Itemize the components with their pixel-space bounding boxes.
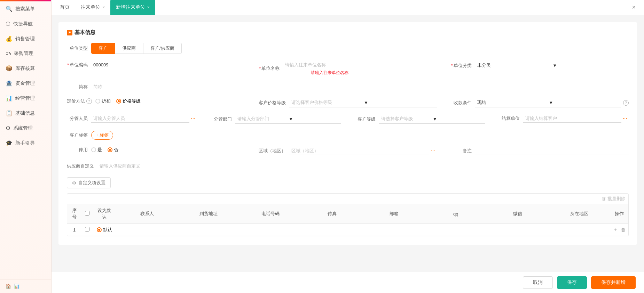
pricing-discount-radio-outer (95, 99, 100, 104)
unit-type-customer-btn[interactable]: 客户 (91, 43, 115, 54)
row-region-input[interactable] (551, 227, 607, 233)
sidebar-item-search[interactable]: 🔍 搜索菜单 (0, 1, 51, 16)
tab-home[interactable]: 首页 (54, 0, 75, 15)
contact-table-container: 🗑 批量删除 序号 设为默认 联系人 到货地址 电话号码 传真 邮箱 (67, 193, 629, 236)
department-field: 分管部门 请输入分管部门 ▼ (211, 114, 341, 124)
customer-tag-label: 客户标签 (67, 132, 91, 138)
address-input[interactable] (181, 227, 237, 233)
cancel-button[interactable]: 取消 (523, 276, 553, 289)
payment-terms-chevron: ▼ (549, 100, 619, 105)
department-select[interactable]: 请输入分管部门 ▼ (235, 114, 341, 124)
col-email: 邮箱 (363, 204, 425, 224)
short-name-label: 简称 (67, 84, 91, 90)
row-wechat[interactable] (487, 224, 548, 236)
customer-level-field: 客户等级 请选择客户等级 ▼ (355, 114, 485, 124)
settlement-unit-field: 结算单位 ··· (499, 114, 629, 123)
email-input[interactable] (366, 227, 422, 233)
col-address: 到货地址 (178, 204, 239, 224)
pricing-method-label: 定价方法 ? (67, 98, 95, 104)
sidebar-item-operations[interactable]: 📊 经营管理 (0, 91, 51, 106)
region-input[interactable] (289, 147, 429, 155)
system-icon: ⚙ (6, 125, 10, 131)
col-contact: 联系人 (116, 204, 178, 224)
pricing-price-level-radio-outer (116, 99, 121, 104)
disable-no-radio[interactable]: 否 (108, 147, 118, 153)
supplier-custom-label: 供应商自定义 (67, 163, 97, 169)
row-email[interactable] (363, 224, 425, 236)
settlement-unit-input[interactable] (523, 114, 621, 123)
sidebar-item-guide[interactable]: 🎓 新手引导 (0, 136, 51, 150)
unit-type-supplier-btn[interactable]: 供应商 (115, 43, 143, 54)
row-qq[interactable] (425, 224, 487, 236)
pricing-price-level-radio[interactable]: 价格等级 (116, 98, 141, 104)
add-row-icon[interactable]: ＋ (613, 227, 618, 233)
unit-name-input[interactable] (283, 61, 437, 69)
region-dots-btn[interactable]: ··· (429, 148, 437, 154)
contact-input[interactable] (119, 227, 175, 233)
unit-code-input[interactable] (91, 61, 245, 69)
tab-home-label: 首页 (60, 4, 70, 10)
pricing-method-field: 定价方法 ? 折扣 价格等级 (67, 98, 245, 104)
payment-terms-label: 收款条件 (451, 100, 475, 106)
sidebar-item-sales[interactable]: 💰 销售管理 (0, 31, 51, 46)
row-checkbox[interactable] (85, 227, 89, 231)
wechat-input[interactable] (489, 227, 545, 233)
custom-settings-button[interactable]: ⚙ 自定义项设置 (67, 177, 111, 188)
department-label: 分管部门 (211, 116, 235, 122)
supplier-custom-input[interactable] (97, 162, 629, 170)
manager-dots-btn[interactable]: ··· (189, 115, 197, 122)
qq-input[interactable] (428, 227, 484, 233)
batch-delete-btn[interactable]: 🗑 批量删除 (67, 194, 628, 204)
row-fax[interactable] (301, 224, 363, 236)
pricing-price-level-label: 价格等级 (123, 98, 141, 104)
unit-type-both-btn[interactable]: 客户/供应商 (143, 43, 182, 54)
add-tag-button[interactable]: + 标签 (91, 131, 113, 140)
save-new-button[interactable]: 保存并新增 (591, 276, 636, 289)
select-all-checkbox[interactable] (85, 211, 89, 215)
tab-transactions[interactable]: 往来单位 × (75, 0, 110, 15)
manager-input[interactable] (91, 114, 189, 123)
sidebar-item-finance[interactable]: 🏦 资金管理 (0, 76, 51, 91)
fax-input[interactable] (304, 227, 360, 233)
payment-terms-select[interactable]: 现结 ▼ (475, 98, 621, 107)
delete-row-icon[interactable]: 🗑 (621, 227, 626, 233)
remarks-input[interactable] (475, 147, 629, 155)
disable-yes-radio[interactable]: 是 (91, 147, 102, 153)
purchase-icon: 🛍 (6, 50, 11, 57)
row-default-radio[interactable]: 默认 (95, 227, 113, 233)
row-address[interactable] (178, 224, 239, 236)
manager-field: 分管人员 ··· (67, 114, 197, 123)
customer-price-level-select[interactable]: 请选择客户价格等级 ▼ (289, 98, 437, 107)
col-action: 操作 (610, 204, 628, 224)
window-close-button[interactable]: × (626, 1, 641, 14)
tab-new-transaction[interactable]: 新增往来单位 × (110, 0, 155, 15)
row-contact[interactable] (116, 224, 178, 236)
row-region[interactable] (548, 224, 610, 236)
unit-code-field: 单位编码 (67, 61, 245, 69)
sidebar-item-quick-nav[interactable]: ⬡ 快捷导航 (0, 16, 51, 31)
save-button[interactable]: 保存 (557, 276, 587, 289)
sidebar-item-inventory[interactable]: 📦 库存核算 (0, 61, 51, 76)
row-default-radio-outer (97, 227, 102, 232)
tab-new-transaction-close[interactable]: × (147, 5, 150, 10)
payment-terms-field: 收款条件 现结 ▼ ? (451, 98, 629, 107)
section-title: F 基本信息 (67, 29, 629, 36)
payment-terms-help-icon[interactable]: ? (623, 100, 629, 106)
pricing-discount-radio[interactable]: 折扣 (95, 98, 111, 104)
sidebar-item-purchase[interactable]: 🛍 采购管理 (0, 46, 51, 61)
tab-transactions-close[interactable]: × (102, 5, 105, 10)
sidebar-label-purchase: 采购管理 (14, 50, 33, 57)
sidebar-item-basic-info[interactable]: 📋 基础信息 (0, 106, 51, 121)
unit-category-select[interactable]: 未分类 ▼ (475, 61, 629, 70)
row-phone[interactable] (239, 224, 301, 236)
sidebar-item-system[interactable]: ⚙ 系统管理 (0, 121, 51, 136)
pricing-help-icon[interactable]: ? (86, 98, 92, 104)
short-name-input[interactable] (91, 83, 629, 91)
settlement-unit-dots-btn[interactable]: ··· (621, 115, 629, 122)
col-phone: 电话号码 (239, 204, 301, 224)
main: 首页 往来单位 × 新增往来单位 × × F 基本信息 单位类型 客户 (52, 0, 644, 293)
customer-level-label: 客户等级 (355, 116, 379, 122)
region-label: 区域（地区） (259, 148, 289, 154)
customer-level-select[interactable]: 请选择客户等级 ▼ (379, 114, 485, 124)
phone-input[interactable] (242, 227, 298, 233)
